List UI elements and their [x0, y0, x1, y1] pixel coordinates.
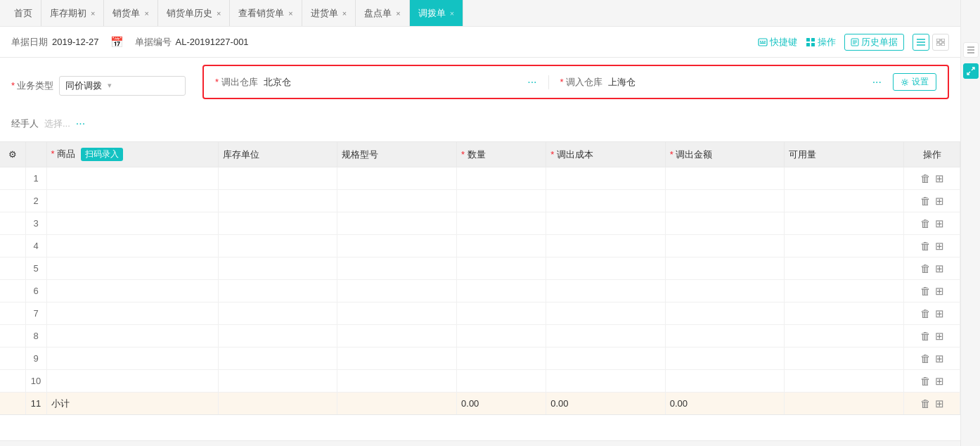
delete-row-icon[interactable]: 🗑: [920, 217, 931, 229]
history-btn[interactable]: 历史单据: [844, 34, 904, 51]
row-cost-cell[interactable]: [546, 370, 666, 393]
row-amount-cell[interactable]: [665, 348, 785, 370]
copy-row-icon[interactable]: ⊞: [935, 172, 944, 185]
delete-row-icon[interactable]: 🗑: [920, 172, 931, 184]
row-product-cell[interactable]: [46, 235, 218, 257]
row-unit-cell[interactable]: [218, 167, 337, 190]
delete-row-icon[interactable]: 🗑: [920, 352, 931, 364]
row-available-cell[interactable]: [785, 167, 904, 190]
row-amount-cell[interactable]: [665, 302, 785, 325]
row-qty-cell[interactable]: [457, 235, 546, 257]
layout-grid-btn[interactable]: [932, 34, 949, 51]
row-product-cell[interactable]: [46, 370, 218, 393]
row-available-cell[interactable]: [785, 370, 904, 393]
row-qty-cell[interactable]: [457, 190, 546, 212]
tab-stocktake[interactable]: 盘点单 ×: [356, 0, 409, 26]
close-tab-inventory-init[interactable]: ×: [91, 9, 95, 18]
close-tab-view-sales[interactable]: ×: [288, 9, 292, 18]
row-qty-cell[interactable]: [457, 212, 546, 235]
sidebar-list-btn[interactable]: [963, 42, 979, 58]
copy-row-icon[interactable]: ⊞: [935, 375, 944, 388]
row-amount-cell[interactable]: [665, 280, 785, 302]
row-available-cell[interactable]: [785, 348, 904, 370]
row-product-cell[interactable]: [46, 325, 218, 348]
row-cost-cell[interactable]: [546, 257, 666, 280]
layout-list-btn[interactable]: [913, 34, 929, 51]
row-amount-cell[interactable]: [665, 212, 785, 235]
tab-purchase[interactable]: 进货单 ×: [302, 0, 356, 26]
copy-row-icon[interactable]: ⊞: [935, 217, 944, 230]
close-tab-sales-order[interactable]: ×: [144, 9, 148, 18]
row-spec-cell[interactable]: [337, 257, 457, 280]
tab-transfer[interactable]: 调拨单 ×: [410, 0, 463, 26]
copy-row-icon[interactable]: ⊞: [935, 240, 944, 253]
delete-row-icon[interactable]: 🗑: [920, 307, 931, 319]
row-amount-cell[interactable]: [665, 257, 785, 280]
settings-button[interactable]: 设置: [893, 73, 936, 91]
row-available-cell[interactable]: [785, 325, 904, 348]
delete-row-icon[interactable]: 🗑: [920, 262, 931, 274]
row-spec-cell[interactable]: [337, 325, 457, 348]
row-spec-cell[interactable]: [337, 235, 457, 257]
row-unit-cell[interactable]: [218, 370, 337, 393]
row-unit-cell[interactable]: [218, 190, 337, 212]
row-spec-cell[interactable]: [337, 370, 457, 393]
row-amount-cell[interactable]: [665, 167, 785, 190]
row-unit-cell[interactable]: [218, 235, 337, 257]
row-cost-cell[interactable]: [546, 212, 666, 235]
row-cost-cell[interactable]: [546, 167, 666, 190]
calendar-icon[interactable]: 📅: [110, 36, 124, 49]
copy-row-icon[interactable]: ⊞: [935, 307, 944, 320]
scan-barcode-button[interactable]: 扫码录入: [81, 148, 123, 161]
delete-row-icon[interactable]: 🗑: [920, 330, 931, 342]
row-unit-cell[interactable]: [218, 280, 337, 302]
copy-row-icon[interactable]: ⊞: [935, 330, 944, 343]
row-unit-cell[interactable]: [218, 257, 337, 280]
close-tab-transfer[interactable]: ×: [450, 9, 454, 18]
delete-row-icon[interactable]: 🗑: [920, 285, 931, 297]
delete-row-icon[interactable]: 🗑: [920, 375, 931, 387]
row-product-cell[interactable]: [46, 167, 218, 190]
copy-row-icon[interactable]: ⊞: [935, 285, 944, 298]
row-cost-cell[interactable]: [546, 235, 666, 257]
tab-inventory-init[interactable]: 库存期初 ×: [41, 0, 104, 26]
row-amount-cell[interactable]: [665, 235, 785, 257]
close-tab-purchase[interactable]: ×: [342, 9, 347, 18]
wh-out-more[interactable]: ···: [527, 76, 536, 89]
row-available-cell[interactable]: [785, 280, 904, 302]
copy-row-icon[interactable]: ⊞: [935, 195, 944, 208]
biz-type-input[interactable]: 同价调拨 ▾: [59, 76, 186, 96]
row-product-cell[interactable]: [46, 212, 218, 235]
tab-home[interactable]: 首页: [6, 0, 41, 26]
tab-sales-history[interactable]: 销货单历史 ×: [158, 0, 230, 26]
tab-view-sales[interactable]: 查看销货单 ×: [230, 0, 302, 26]
row-spec-cell[interactable]: [337, 280, 457, 302]
row-amount-cell[interactable]: [665, 325, 785, 348]
row-cost-cell[interactable]: [546, 348, 666, 370]
row-cost-cell[interactable]: [546, 325, 666, 348]
horizontal-scrollbar[interactable]: [0, 440, 960, 446]
row-available-cell[interactable]: [785, 212, 904, 235]
row-unit-cell[interactable]: [218, 212, 337, 235]
delete-row-icon[interactable]: 🗑: [920, 195, 931, 207]
row-unit-cell[interactable]: [218, 302, 337, 325]
copy-row-icon[interactable]: ⊞: [935, 262, 944, 275]
row-qty-cell[interactable]: [457, 167, 546, 190]
row-available-cell[interactable]: [785, 190, 904, 212]
tab-sales-order[interactable]: 销货单 ×: [104, 0, 157, 26]
person-more[interactable]: ···: [76, 117, 85, 130]
row-available-cell[interactable]: [785, 302, 904, 325]
row-product-cell[interactable]: [46, 257, 218, 280]
row-qty-cell[interactable]: [457, 280, 546, 302]
row-cost-cell[interactable]: [546, 280, 666, 302]
wh-in-more[interactable]: ···: [872, 76, 882, 89]
row-qty-cell[interactable]: [457, 257, 546, 280]
copy-icon[interactable]: ⊞: [935, 397, 944, 410]
row-cost-cell[interactable]: [546, 302, 666, 325]
row-spec-cell[interactable]: [337, 348, 457, 370]
delete-icon[interactable]: 🗑: [920, 397, 931, 409]
copy-row-icon[interactable]: ⊞: [935, 352, 944, 365]
row-unit-cell[interactable]: [218, 325, 337, 348]
row-product-cell[interactable]: [46, 280, 218, 302]
row-product-cell[interactable]: [46, 302, 218, 325]
